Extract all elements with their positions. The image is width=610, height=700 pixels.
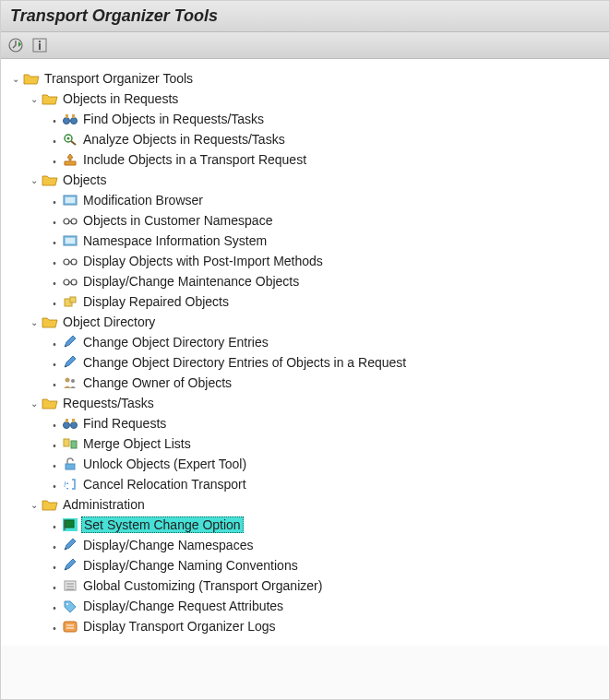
pencil-icon (62, 558, 78, 573)
bullet-icon: • (52, 157, 57, 162)
tree-node-leaf[interactable]: • Global Customizing (Transport Organize… (5, 575, 605, 596)
tree-label: Requests/Tasks (61, 396, 156, 410)
tree-node-leaf[interactable]: • Find Requests (5, 413, 605, 433)
title-text: Transport Organizer Tools (10, 6, 218, 25)
svg-point-42 (66, 603, 68, 605)
tree-label: Display/Change Naming Conventions (81, 558, 300, 573)
pencil-icon (62, 538, 78, 552)
svg-point-4 (64, 118, 70, 125)
bullet-icon: • (52, 441, 57, 446)
svg-point-27 (71, 379, 75, 383)
tree-label: Display/Change Namespaces (81, 538, 255, 552)
info-icon (32, 38, 47, 53)
tree-label: Display Objects with Post-Import Methods (81, 254, 325, 268)
svg-point-10 (67, 137, 70, 140)
tree-node-folder[interactable]: ⌄ Objects in Requests (5, 89, 605, 109)
tree-node-leaf[interactable]: • Display/Change Maintenance Objects (5, 271, 605, 291)
tree-node-leaf[interactable]: • Display Repaired Objects (5, 291, 605, 312)
tree-label: Set System Change Option (81, 516, 244, 533)
bullet-icon: • (52, 197, 57, 203)
tree-label: Change Owner of Objects (81, 375, 233, 390)
tree-label: Objects in Requests (61, 91, 180, 106)
bullet-icon: • (52, 279, 57, 284)
svg-rect-34 (66, 464, 75, 469)
tree-node-leaf[interactable]: • Objects in Customer Namespace (5, 210, 605, 231)
chevron-down-icon[interactable]: ⌄ (29, 500, 40, 510)
tree-label: Object Directory (61, 314, 157, 329)
chevron-down-icon[interactable]: ⌄ (29, 317, 40, 327)
tree-node-leaf[interactable]: • Display Objects with Post-Import Metho… (5, 251, 605, 271)
screen-icon (62, 193, 78, 208)
tree-node-folder[interactable]: ⌄ Administration (5, 494, 605, 515)
bullet-icon: • (52, 563, 57, 568)
folder-open-icon (23, 71, 40, 86)
tree-node-leaf[interactable]: • Change Object Directory Entries (5, 332, 605, 352)
svg-rect-6 (66, 114, 68, 118)
tree-node-leaf[interactable]: • Change Object Directory Entries of Obj… (5, 352, 605, 373)
analyze-icon (62, 132, 78, 147)
tree-node-leaf[interactable]: • Include Objects in a Transport Request (5, 149, 605, 170)
tree-node-leaf[interactable]: • Analyze Objects in Requests/Tasks (5, 129, 605, 149)
tree-node-leaf[interactable]: • Modification Browser (5, 190, 605, 210)
folder-open-icon (42, 314, 58, 329)
binoculars-icon (62, 416, 78, 431)
chevron-down-icon[interactable]: ⌄ (10, 74, 21, 84)
tree-label: Include Objects in a Transport Request (81, 152, 308, 167)
tree-node-leaf[interactable]: • Merge Object Lists (5, 433, 605, 454)
tree-label: Change Object Directory Entries of Objec… (81, 355, 408, 370)
tree-label: Unlock Objects (Expert Tool) (81, 457, 248, 471)
folder-open-icon (42, 396, 58, 410)
tree: ⌄ Transport Organizer Tools ⌄ Objects in… (1, 59, 609, 646)
bullet-icon: • (52, 461, 57, 467)
repaired-icon (62, 294, 78, 309)
svg-rect-17 (66, 238, 75, 243)
tree-label: Display/Change Request Attributes (81, 599, 285, 613)
tree-node-root[interactable]: ⌄ Transport Organizer Tools (5, 68, 605, 89)
tree-node-leaf[interactable]: • Change Owner of Objects (5, 373, 605, 393)
tag-icon (62, 599, 78, 613)
tree-label: Administration (61, 497, 147, 512)
customize-icon (62, 578, 78, 593)
tree-node-folder[interactable]: ⌄ Objects (5, 170, 605, 190)
svg-rect-32 (64, 439, 69, 446)
svg-rect-2 (39, 41, 41, 42)
tree-label: Cancel Relocation Transport (81, 477, 248, 492)
page-title: Transport Organizer Tools (1, 1, 609, 32)
tree-label: Display Transport Organizer Logs (81, 619, 278, 634)
svg-point-29 (71, 422, 78, 429)
tree-node-leaf[interactable]: • Display/Change Naming Conventions (5, 555, 605, 575)
svg-rect-30 (66, 419, 68, 422)
tree-label: Display/Change Maintenance Objects (81, 274, 301, 289)
bullet-icon: • (52, 623, 57, 629)
tree-label: Display Repaired Objects (81, 294, 231, 309)
folder-open-icon (42, 497, 58, 512)
tree-node-leaf[interactable]: • Namespace Information System (5, 231, 605, 251)
glasses-icon (62, 213, 78, 228)
bullet-icon: • (52, 258, 57, 264)
tree-node-leaf[interactable]: • Display Transport Organizer Logs (5, 616, 605, 636)
tree-node-leaf[interactable]: • Cancel Relocation Transport (5, 474, 605, 494)
info-button[interactable] (30, 36, 49, 54)
chevron-down-icon[interactable]: ⌄ (29, 398, 40, 409)
svg-point-26 (66, 378, 70, 383)
chevron-down-icon[interactable]: ⌄ (29, 94, 40, 104)
svg-point-18 (64, 259, 69, 265)
tree-node-leaf[interactable]: • Display/Change Request Attributes (5, 596, 605, 616)
tree-node-leaf[interactable]: • Unlock Objects (Expert Tool) (5, 454, 605, 474)
bullet-icon: • (52, 522, 57, 528)
chevron-down-icon[interactable]: ⌄ (29, 175, 40, 185)
tree-node-folder[interactable]: ⌄ Requests/Tasks (5, 393, 605, 413)
bullet-icon: • (52, 136, 57, 142)
tree-node-folder[interactable]: ⌄ Object Directory (5, 312, 605, 332)
bullet-icon: • (52, 583, 57, 588)
execute-button[interactable] (6, 36, 25, 54)
tree-node-leaf[interactable]: • Display/Change Namespaces (5, 535, 605, 555)
svg-rect-3 (39, 43, 41, 50)
tree-node-leaf[interactable]: • Find Objects in Requests/Tasks (5, 109, 605, 129)
tree-label: Modification Browser (81, 193, 205, 208)
folder-open-icon (42, 91, 58, 106)
tree-node-leaf-selected[interactable]: • Set System Change Option (5, 515, 605, 535)
svg-point-13 (64, 219, 69, 224)
bullet-icon: • (52, 299, 57, 304)
bullet-icon: • (52, 421, 57, 426)
